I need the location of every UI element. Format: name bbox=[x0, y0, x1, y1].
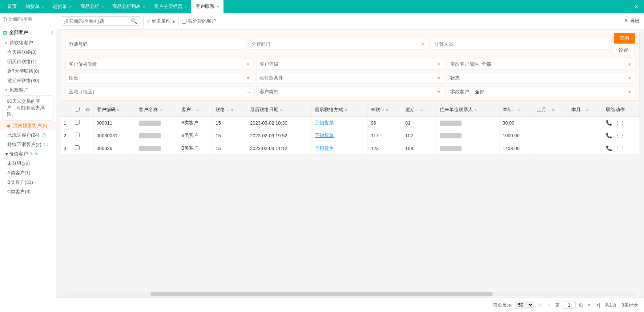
export-button[interactable]: ↻ 导出 bbox=[625, 18, 640, 24]
blurred-contacts-1 bbox=[440, 121, 462, 126]
filter-retail-attr-label: 零散客户属性 bbox=[450, 61, 479, 68]
col-type[interactable]: 客户... ⇅ bbox=[178, 104, 213, 116]
page-number-input[interactable] bbox=[563, 301, 576, 309]
nav-purchase-order[interactable]: 进货单 × bbox=[48, 0, 76, 13]
col-uncontacted[interactable]: 未联... ⇅ bbox=[368, 104, 402, 116]
nav-customer-segmentation[interactable]: 客户分层经营 × bbox=[150, 0, 191, 13]
table-row: 1 000011 B类客户 15 2023-03-02 10:30: 下销货单 … bbox=[61, 116, 640, 129]
nav-customer-contact[interactable]: 客户联系 × bbox=[191, 0, 223, 13]
sidebar-item-tomorrow[interactable]: 明天待联络(1) bbox=[0, 57, 56, 66]
cell-spacer-1 bbox=[82, 116, 93, 129]
sidebar-item-class-c[interactable]: C类客户(6) bbox=[0, 187, 56, 196]
action-phone-icon-1[interactable]: 📞 bbox=[606, 120, 612, 126]
nav-home[interactable]: 首页 bbox=[3, 0, 21, 13]
col-action: 联络动作 bbox=[603, 104, 639, 116]
nav-purchase-order-close[interactable]: × bbox=[69, 4, 71, 9]
nav-customer-contact-close[interactable]: × bbox=[217, 4, 219, 9]
sidebar-item-churned[interactable]: 已流失客户(24) ⓘ bbox=[0, 130, 56, 140]
cell-checkbox-2[interactable] bbox=[72, 129, 82, 142]
pagination-prev[interactable]: < bbox=[546, 301, 552, 308]
action-phone-icon-2[interactable]: 📞 bbox=[606, 133, 612, 138]
col-unit-contacts[interactable]: 往来单位联系人 ⇅ bbox=[436, 104, 499, 116]
filter-customer-level-label: 客户等级 bbox=[259, 61, 281, 68]
filter-payment: 收付款条件 ▼ bbox=[256, 73, 444, 84]
action-phone-icon-3[interactable]: 📞 bbox=[606, 145, 612, 151]
col-this-month[interactable]: 本月... ⇅ bbox=[568, 104, 603, 116]
cell-last-way-2[interactable]: 下销货单 bbox=[312, 129, 368, 142]
action-menu-icon-2[interactable]: ⋮⋮ bbox=[615, 133, 625, 138]
cell-checkbox-3[interactable] bbox=[72, 142, 82, 155]
toolbar-search-icon[interactable]: 🔍 bbox=[131, 18, 137, 24]
query-button[interactable]: 查询 bbox=[614, 33, 635, 44]
filter-customer-type: 客户类型 ▼ bbox=[256, 86, 444, 97]
customer-table: ⚙ 客户编码 ⇅ 客户名称 ⇅ 客户... ⇅ bbox=[61, 104, 640, 155]
action-menu-icon-3[interactable]: ⋮⋮ bbox=[615, 145, 625, 151]
pagination-next[interactable]: > bbox=[586, 301, 592, 308]
sidebar-item-7days[interactable]: 近7天待联络(0) bbox=[0, 66, 56, 76]
horizontal-scrollbar[interactable] bbox=[56, 290, 644, 297]
pagination-last[interactable]: >| bbox=[595, 301, 602, 308]
col-last-date[interactable]: 最后联络日期 ⇅ bbox=[247, 104, 311, 116]
filter-retail-attr-value: 全部 bbox=[482, 61, 491, 68]
value-arrow-icon: ▼ bbox=[4, 151, 9, 157]
row-checkbox-2[interactable] bbox=[75, 133, 80, 137]
nav-product-analysis-list-close[interactable]: × bbox=[143, 4, 145, 9]
pagination-first[interactable]: |< bbox=[536, 301, 543, 308]
cell-last-month-1 bbox=[534, 116, 568, 129]
chevron-icon: ▲ bbox=[172, 19, 176, 23]
filter-phone-input[interactable] bbox=[93, 42, 242, 47]
main-layout: 🔍 ⊞ 全部客户 《 ▼ 待联络客户 今天待联络(0) 明天待联络(1) 近7天… bbox=[0, 13, 644, 312]
window-close-button[interactable]: × bbox=[632, 3, 641, 10]
col-code[interactable]: 客户编码 ⇅ bbox=[93, 104, 136, 116]
all-customers-header[interactable]: ⊞ 全部客户 《 bbox=[0, 27, 56, 38]
cell-last-way-1[interactable]: 下销货单 bbox=[312, 116, 368, 129]
nav-product-analysis-close[interactable]: × bbox=[101, 4, 104, 9]
sidebar-group-lost[interactable]: ▼ 风险客户 bbox=[0, 85, 56, 95]
cell-contact-2: 15 bbox=[213, 129, 247, 142]
cell-last-way-3[interactable]: 下销货单 bbox=[312, 142, 368, 155]
filter-person-more[interactable]: ··· bbox=[604, 42, 608, 47]
nav-sales-order[interactable]: 销货单 × bbox=[21, 0, 48, 13]
sidebar-search-input[interactable] bbox=[3, 16, 56, 22]
col-last-way[interactable]: 最后联络方式 ⇅ bbox=[312, 104, 368, 116]
sidebar-search-area: 🔍 bbox=[0, 13, 56, 25]
sidebar-group-value[interactable]: ▼ 价值客户 ↻ ✎ bbox=[0, 149, 56, 159]
col-last-month[interactable]: 上月... ⇅ bbox=[534, 104, 568, 116]
row-checkbox-3[interactable] bbox=[75, 145, 80, 150]
cell-contacts-3 bbox=[436, 142, 499, 155]
settings-button[interactable]: 设置 bbox=[614, 45, 635, 56]
more-conditions-button[interactable]: ▽ 更多条件 ▲ bbox=[143, 16, 179, 26]
sidebar-group-pending[interactable]: ▼ 待联络客户 bbox=[0, 38, 56, 48]
row-checkbox-1[interactable] bbox=[75, 120, 80, 125]
per-page-select[interactable]: 50 100 200 bbox=[515, 301, 534, 309]
col-this-year[interactable]: 本年... ⇅ bbox=[499, 104, 534, 116]
my-customers-checkbox[interactable] bbox=[182, 19, 186, 24]
sidebar-item-class-a[interactable]: A类客户(1) bbox=[0, 168, 56, 178]
col-contact[interactable]: 联络... ⇅ bbox=[213, 104, 247, 116]
nav-product-analysis[interactable]: 商品分析 × bbox=[76, 0, 108, 13]
my-customers-checkbox-label[interactable]: 我分管的客户 bbox=[182, 18, 216, 24]
filter-price-level: 客户价格等级 ▼ bbox=[65, 59, 253, 70]
nav-sales-order-close[interactable]: × bbox=[42, 4, 44, 9]
cell-checkbox-1[interactable] bbox=[72, 116, 82, 129]
blurred-name-3 bbox=[139, 146, 161, 151]
col-settings[interactable]: ⚙ bbox=[82, 104, 93, 116]
sidebar-item-today[interactable]: 今天待联络(0) bbox=[0, 48, 56, 57]
nav-customer-segmentation-close[interactable]: × bbox=[185, 4, 187, 9]
nav-product-analysis-list[interactable]: 商品分析列表 × bbox=[108, 0, 149, 13]
filter-row-4: 区域（地区） ··· 客户类型 ▼ 零散客户 全部 ▼ bbox=[65, 86, 635, 97]
sidebar-item-churn-warning[interactable]: 流失预警客户(3) bbox=[0, 121, 56, 130]
col-name[interactable]: 客户名称 ⇅ bbox=[136, 104, 178, 116]
sidebar-item-overdue[interactable]: 逾期未联络(30) bbox=[0, 76, 56, 85]
sidebar-item-ungrouped[interactable]: 未分组(32) bbox=[0, 159, 56, 168]
filter-region-more[interactable]: ··· bbox=[246, 89, 250, 95]
sidebar-item-class-b[interactable]: B类客户(33) bbox=[0, 178, 56, 187]
action-menu-icon-1[interactable]: ⋮⋮ bbox=[615, 120, 625, 126]
sidebar-item-declining[interactable]: 持续下滑客户(2) ⓘ bbox=[0, 140, 56, 149]
select-all-checkbox[interactable] bbox=[75, 107, 80, 112]
lost-customer-tooltip: 90天未交易的客户，可能有流失风险。 bbox=[3, 96, 53, 120]
cell-type-2: B类客户 bbox=[178, 129, 213, 142]
value-customer-icons[interactable]: ↻ ✎ bbox=[30, 151, 39, 157]
col-overdue[interactable]: 逾期... ⇅ bbox=[402, 104, 437, 116]
toolbar-search-input[interactable] bbox=[64, 19, 129, 24]
